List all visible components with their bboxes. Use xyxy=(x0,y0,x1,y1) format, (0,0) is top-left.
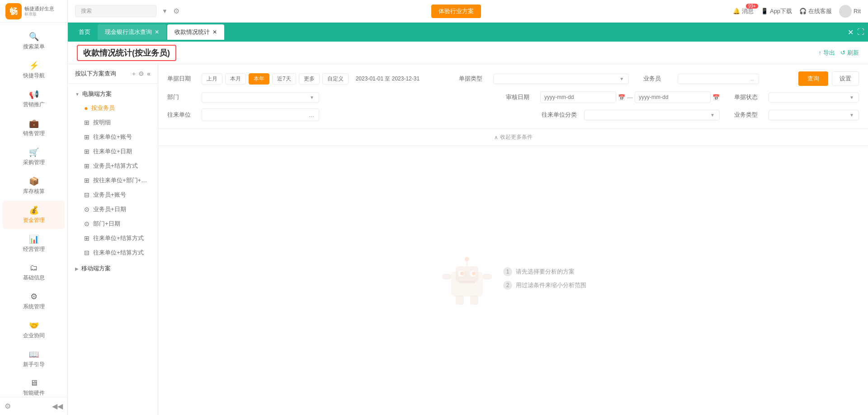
scheme-item-dept-date[interactable]: ⊙ 部门+日期 xyxy=(68,217,158,231)
message-button[interactable]: 🔔 消息 99+ xyxy=(733,7,754,15)
sidebar-item-system[interactable]: ⚙ 系统管理 xyxy=(3,287,65,315)
sidebar-item-label: 基础信息 xyxy=(23,274,45,282)
empty-content: 1 请先选择要分析的方案 2 用过滤条件来缩小分析范围 xyxy=(440,254,586,308)
sidebar-item-cooperation[interactable]: 🤝 企业协同 xyxy=(3,316,65,344)
collapse-bar[interactable]: ∧ 收起更多条件 xyxy=(158,129,868,146)
scheme-item-by-salesperson[interactable]: ● 按业务员 xyxy=(68,101,158,115)
tab-fullscreen-btn[interactable]: ⛶ xyxy=(857,28,864,36)
sidebar-item-purchase[interactable]: 🛒 采购管理 xyxy=(3,143,65,171)
cooperation-icon: 🤝 xyxy=(29,321,39,330)
tab-bank-flow[interactable]: 现金银行流水查询 ✕ xyxy=(98,24,166,40)
counterpart-type-label: 往来单位分类 xyxy=(542,111,577,119)
topbar: 搜索 ▼ ⚙ 体验行业方案 🔔 消息 99+ 📱 App下载 🎧 在线客服 xyxy=(68,0,868,23)
counterpart-more-icon[interactable]: ... xyxy=(309,111,314,118)
sidebar-item-smart-hardware[interactable]: 🖥 智能硬件 xyxy=(3,374,65,397)
date-btn-last-month[interactable]: 上月 xyxy=(202,73,222,85)
scheme-group-desktop-header[interactable]: ▼ 电脑端方案 xyxy=(68,87,158,101)
refresh-button[interactable]: ↺ 刷新 xyxy=(840,49,859,57)
export-icon: ↑ xyxy=(819,49,822,56)
scheme-item-unit-payment2[interactable]: ⊟ 往来单位+结算方式 xyxy=(68,245,158,260)
tab-collection-stat[interactable]: 收款情况统计 ✕ xyxy=(167,24,224,40)
sidebar-item-guide[interactable]: 📖 新手引导 xyxy=(3,345,65,373)
tab-collection-stat-close[interactable]: ✕ xyxy=(212,29,217,35)
sidebar-item-marketing[interactable]: 📢 营销推广 xyxy=(3,85,65,113)
doc-type-select[interactable]: ▼ xyxy=(493,74,629,84)
scheme-item-label: 往来单位+日期 xyxy=(93,147,132,156)
review-date-to[interactable] xyxy=(635,91,711,103)
scheme-item-unit-account[interactable]: ⊞ 往来单位+账号 xyxy=(68,130,158,144)
trial-button[interactable]: 体验行业方案 xyxy=(431,5,481,18)
finance-icon: 💰 xyxy=(29,205,39,215)
sidebar-item-quick-nav[interactable]: ⚡ 快捷导航 xyxy=(3,56,65,84)
scheme-item-by-detail[interactable]: ⊞ 按明细 xyxy=(68,115,158,130)
doc-status-dropdown-icon: ▼ xyxy=(849,95,854,100)
date-btn-this-year[interactable]: 本年 xyxy=(249,73,269,85)
query-button[interactable]: 查询 xyxy=(798,71,828,86)
settings-button[interactable]: 设置 xyxy=(832,71,859,86)
date-btn-more[interactable]: 更多 xyxy=(299,73,320,85)
tab-maximize-btn[interactable]: ✕ xyxy=(848,28,854,37)
operations-icon: 📊 xyxy=(29,234,39,244)
date-btn-custom[interactable]: 自定义 xyxy=(322,73,349,85)
sidebar-item-operations[interactable]: 📊 经营管理 xyxy=(3,230,65,258)
filter-area: 单据日期 上月 本月 本年 近7天 更多 自定义 2023-01-01 至 20… xyxy=(158,64,868,129)
scheme-item-unit-dept-collect[interactable]: ⊞ 按往来单位+部门+收... xyxy=(68,173,158,188)
app-icon: 📱 xyxy=(761,8,768,14)
svg-point-13 xyxy=(465,257,469,261)
scheme-item-unit-date[interactable]: ⊞ 往来单位+日期 xyxy=(68,144,158,159)
purchase-icon: 🛒 xyxy=(29,147,39,157)
scheme-item-unit-payment1[interactable]: ⊞ 往来单位+结算方式 xyxy=(68,231,158,245)
calendar-from-icon[interactable]: 📅 xyxy=(618,94,625,101)
export-button[interactable]: ↑ 导出 xyxy=(819,49,835,57)
doc-type-label: 单据类型 xyxy=(459,75,486,83)
business-type-select[interactable]: ▼ xyxy=(769,110,859,120)
salesperson-select[interactable]: ... xyxy=(678,74,759,84)
sales-icon: 💼 xyxy=(29,118,39,128)
date-btn-7days[interactable]: 近7天 xyxy=(272,73,296,85)
collapse-panel-btn[interactable]: « xyxy=(147,70,151,77)
scheme-item-icon: ⊟ xyxy=(84,191,90,198)
date-btn-this-month[interactable]: 本月 xyxy=(225,73,246,85)
review-date-label: 审核日期 xyxy=(506,93,533,101)
page-header: 收款情况统计(按业务员) ↑ 导出 ↺ 刷新 xyxy=(68,42,868,64)
tab-home[interactable]: 首页 xyxy=(71,24,98,40)
dept-select[interactable]: ▼ xyxy=(202,92,319,103)
counterpart-label: 往来单位 xyxy=(167,111,194,119)
tab-bank-flow-label: 现金银行流水查询 xyxy=(105,28,152,36)
sidebar-settings-btn[interactable]: ⚙ xyxy=(5,402,11,410)
scheme-group-mobile-header[interactable]: ▶ 移动端方案 xyxy=(68,262,158,275)
topbar-gear-icon[interactable]: ⚙ xyxy=(173,7,179,15)
topbar-left: 搜索 ▼ ⚙ xyxy=(75,5,179,17)
add-scheme-btn[interactable]: + xyxy=(132,70,136,77)
sidebar-collapse-btn[interactable]: ◀◀ xyxy=(52,402,63,410)
doc-type-dropdown-icon: ▼ xyxy=(619,76,624,81)
online-service-button[interactable]: 🎧 在线客服 xyxy=(799,7,832,15)
scheme-item-label: 按往来单位+部门+收... xyxy=(93,176,151,184)
sidebar-item-label: 智能硬件 xyxy=(23,389,45,397)
calendar-to-icon[interactable]: 📅 xyxy=(712,94,720,101)
sidebar-item-search-menu[interactable]: 🔍 搜索菜单 xyxy=(3,27,65,55)
review-date-from[interactable] xyxy=(540,91,616,103)
filter-row-3: 往来单位 ... 往来单位分类 ▼ 业务类型 xyxy=(167,108,859,121)
counterpart-type-select[interactable]: ▼ xyxy=(584,110,720,120)
scheme-item-label: 业务员+日期 xyxy=(93,205,126,213)
svg-rect-7 xyxy=(459,281,475,283)
service-icon: 🎧 xyxy=(799,8,807,14)
app-download-button[interactable]: 📱 App下载 xyxy=(761,7,792,15)
message-badge: 99+ xyxy=(746,4,758,9)
scheme-settings-btn[interactable]: ⚙ xyxy=(138,70,144,77)
sidebar-item-basic-info[interactable]: 🗂 基础信息 xyxy=(3,259,65,286)
sidebar-item-label: 采购管理 xyxy=(23,159,45,166)
sidebar-item-sales[interactable]: 💼 销售管理 xyxy=(3,114,65,142)
counterpart-select[interactable]: ... xyxy=(202,108,319,121)
tab-bank-flow-close[interactable]: ✕ xyxy=(155,29,159,35)
topbar-search[interactable]: 搜索 xyxy=(75,5,156,17)
doc-status-select[interactable]: ▼ xyxy=(769,92,859,103)
scheme-item-salesperson-account[interactable]: ⊟ 业务员+账号 xyxy=(68,188,158,202)
sidebar-item-label: 销售管理 xyxy=(23,130,45,137)
sidebar-item-finance[interactable]: 💰 资金管理 xyxy=(3,201,65,229)
sidebar-item-inventory[interactable]: 📦 库存核算 xyxy=(3,172,65,200)
topbar-dropdown-arrow[interactable]: ▼ xyxy=(162,8,168,14)
scheme-item-salesperson-payment[interactable]: ⊞ 业务员+结算方式 xyxy=(68,159,158,173)
scheme-item-salesperson-date[interactable]: ⊙ 业务员+日期 xyxy=(68,202,158,217)
